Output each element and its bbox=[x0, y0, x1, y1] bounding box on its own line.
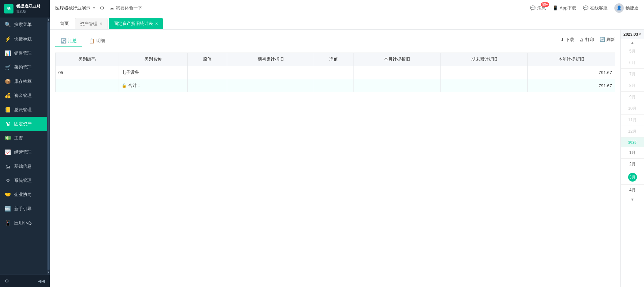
cell-original-value bbox=[187, 66, 227, 79]
sidebar-item-collab[interactable]: 🤝 企业协同 bbox=[0, 188, 47, 202]
tab-depreciation-report[interactable]: 固定资产折旧统计表 ✕ bbox=[109, 18, 163, 29]
sub-tab-detail[interactable]: 📋 明细 bbox=[84, 35, 111, 47]
col-header-annual-depreciation: 本年计提折旧 bbox=[528, 53, 615, 66]
sidebar-item-quicknav[interactable]: ⚡ 快捷导航 bbox=[0, 32, 47, 46]
date-entry-9[interactable]: 9月 bbox=[621, 92, 644, 103]
date-entry-2023-1[interactable]: 1月 bbox=[621, 147, 644, 159]
col-header-code: 类别编码 bbox=[56, 53, 119, 66]
date-entry-8[interactable]: 8月 bbox=[621, 80, 644, 92]
tab-depreciation-close-icon[interactable]: ✕ bbox=[155, 22, 158, 26]
app-download-icon: 📱 bbox=[553, 5, 558, 10]
sidebar-item-label: 系统管理 bbox=[14, 178, 32, 184]
online-service-label: 在线客服 bbox=[590, 5, 608, 11]
app-download-btn[interactable]: 📱 App下载 bbox=[553, 5, 576, 11]
experience-label: 我要体验一下 bbox=[116, 5, 142, 11]
sidebar-item-label: 采购管理 bbox=[14, 64, 32, 70]
date-entry-2023-3[interactable]: 3月 bbox=[621, 170, 644, 185]
sidebar-item-guide[interactable]: 🆕 新手引导 bbox=[0, 202, 47, 216]
date-panel-header-row: 2023.03 ✕ ⤢ bbox=[621, 30, 644, 39]
sidebar-item-system[interactable]: ⚙ 系统管理 bbox=[0, 173, 47, 188]
sidebar-item-inventory[interactable]: 📦 库存核算 bbox=[0, 74, 47, 89]
payroll-icon: 💵 bbox=[5, 135, 11, 141]
app-version: 普及版 bbox=[16, 9, 40, 14]
avatar: 👤 bbox=[614, 3, 624, 13]
tab-home[interactable]: 首页 bbox=[55, 18, 73, 29]
date-entry-2023-2[interactable]: 2月 bbox=[621, 159, 644, 170]
online-service-icon: 💬 bbox=[583, 5, 588, 10]
download-btn[interactable]: ⬇ 下载 bbox=[560, 37, 574, 43]
main-area: 医疗器械行业演示 ▼ ⚙ ☁ 我要体验一下 💬 消息 99+ 📱 App下载 💬… bbox=[50, 0, 644, 287]
date-entry-2023-4[interactable]: 4月 bbox=[621, 185, 644, 196]
business-icon: 📈 bbox=[5, 149, 11, 155]
basic-info-icon: 🗂 bbox=[5, 164, 11, 169]
col-header-net-value: 净值 bbox=[314, 53, 354, 66]
date-entry-10[interactable]: 10月 bbox=[621, 103, 644, 115]
cell-beginning-depreciation bbox=[227, 66, 314, 79]
sidebar-item-fixed-assets[interactable]: 🏗 固定资产 bbox=[0, 117, 47, 131]
sub-tab-summary[interactable]: 🔄 汇总 bbox=[55, 35, 82, 47]
fixed-assets-icon: 🏗 bbox=[5, 121, 11, 127]
date-entry-12[interactable]: 12月 bbox=[621, 126, 644, 137]
sidebar-footer: ⚙ ◀◀ bbox=[0, 275, 50, 287]
date-entry-11[interactable]: 11月 bbox=[621, 115, 644, 126]
download-icon: ⬇ bbox=[560, 37, 564, 42]
total-code-cell bbox=[56, 79, 119, 92]
sidebar-item-payroll[interactable]: 💵 工资 bbox=[0, 131, 47, 145]
user-label: 畅捷通 bbox=[625, 5, 639, 11]
user-menu[interactable]: 👤 畅捷通 bbox=[614, 3, 639, 13]
tab-depreciation-label: 固定资产折旧统计表 bbox=[114, 21, 153, 27]
total-label: 合计： bbox=[128, 83, 141, 89]
sidebar-item-appstore[interactable]: 📱 应用中心 bbox=[0, 216, 47, 230]
col-header-monthly-depreciation: 本月计提折旧 bbox=[354, 53, 441, 66]
topbar-settings-icon[interactable]: ⚙ bbox=[100, 5, 104, 11]
quicknav-icon: ⚡ bbox=[5, 36, 11, 42]
sidebar-item-funds[interactable]: 💰 资金管理 bbox=[0, 89, 47, 103]
col-header-beginning-depreciation: 期初累计折旧 bbox=[227, 53, 314, 66]
total-beginning-depreciation bbox=[227, 79, 314, 92]
sidebar-item-ledger[interactable]: 📒 总账管理 bbox=[0, 103, 47, 117]
sidebar-item-search[interactable]: 🔍 搜索菜单 bbox=[0, 18, 47, 32]
col-header-original-value: 原值 bbox=[187, 53, 227, 66]
content-area: 🔄 汇总 📋 明细 ⬇ 下载 🖨 打印 bbox=[50, 30, 644, 287]
date-entry-6[interactable]: 6月 bbox=[621, 57, 644, 69]
refresh-btn[interactable]: 🔄 刷新 bbox=[600, 37, 615, 43]
date-panel-close-icon[interactable]: ✕ bbox=[638, 32, 642, 37]
sidebar-item-business[interactable]: 📈 经营管理 bbox=[0, 145, 47, 159]
print-label: 打印 bbox=[585, 37, 594, 43]
sidebar-item-purchase[interactable]: 🛒 采购管理 bbox=[0, 60, 47, 74]
cell-code: 05 bbox=[56, 66, 119, 79]
date-nav-up[interactable]: ▲ bbox=[621, 39, 644, 46]
tab-asset-manage[interactable]: 资产管理 ✕ bbox=[75, 18, 108, 29]
sidebar-item-label: 基础信息 bbox=[14, 163, 32, 169]
date-entry-5[interactable]: 5月 bbox=[621, 46, 644, 57]
sidebar-item-label: 库存核算 bbox=[14, 78, 32, 85]
settings-footer-icon[interactable]: ⚙ bbox=[5, 278, 9, 284]
cell-annual-depreciation: 791.67 bbox=[528, 66, 615, 79]
company-selector[interactable]: 医疗器械行业演示 ▼ bbox=[55, 5, 96, 11]
sidebar-item-label: 新手引导 bbox=[14, 206, 32, 212]
sidebar-scrollbar[interactable]: ▲ ▼ bbox=[47, 18, 50, 275]
detail-icon: 📋 bbox=[89, 38, 95, 43]
sidebar-item-label: 固定资产 bbox=[14, 121, 32, 127]
experience-btn[interactable]: ☁ 我要体验一下 bbox=[110, 5, 142, 11]
sidebar-item-label: 企业协同 bbox=[14, 192, 32, 198]
scrollbar-thumb[interactable] bbox=[48, 22, 50, 270]
sidebar-item-basic-info[interactable]: 🗂 基础信息 bbox=[0, 159, 47, 173]
refresh-icon: 🔄 bbox=[600, 37, 605, 42]
sidebar-nav: 🔍 搜索菜单 ⚡ 快捷导航 📊 销售管理 🛒 采购管理 📦 库存核算 💰 bbox=[0, 18, 47, 275]
table-total-row: 🔒 合计： 791.67 bbox=[56, 79, 615, 92]
messages-btn[interactable]: 💬 消息 99+ bbox=[530, 5, 546, 11]
cell-ending-depreciation bbox=[440, 66, 528, 79]
sidebar-item-label: 工资 bbox=[14, 135, 23, 141]
cell-monthly-depreciation bbox=[354, 66, 441, 79]
date-nav-down[interactable]: ▼ bbox=[621, 196, 644, 203]
scroll-down-arrow[interactable]: ▼ bbox=[47, 271, 50, 274]
experience-cloud-icon: ☁ bbox=[110, 5, 114, 10]
tab-asset-close-icon[interactable]: ✕ bbox=[99, 22, 102, 26]
print-btn[interactable]: 🖨 打印 bbox=[580, 37, 594, 43]
collapse-icon[interactable]: ◀◀ bbox=[38, 278, 45, 284]
date-entry-7[interactable]: 7月 bbox=[621, 69, 644, 80]
online-service-btn[interactable]: 💬 在线客服 bbox=[583, 5, 608, 11]
scroll-up-arrow[interactable]: ▲ bbox=[47, 18, 50, 21]
sidebar-item-sales[interactable]: 📊 销售管理 bbox=[0, 46, 47, 60]
